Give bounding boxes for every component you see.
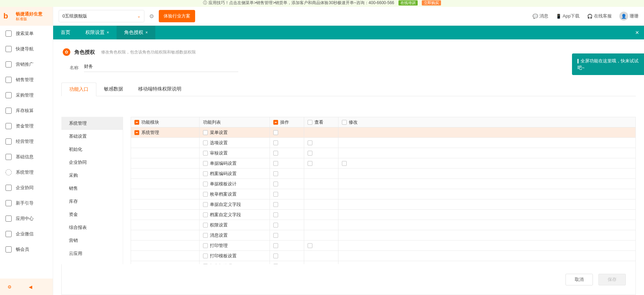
sidebar-item-6[interactable]: 资金管理 [0, 118, 53, 134]
tab-home[interactable]: 首页 [53, 26, 78, 39]
trial-button[interactable]: 体验行业方案 [159, 10, 195, 22]
table-row: 权限设置 [131, 220, 636, 230]
nav-icon [5, 200, 12, 206]
sidebar-item-4[interactable]: 采购管理 [0, 87, 53, 103]
sidebar-item-9[interactable]: 系统管理 [0, 164, 53, 180]
sidebar-item-3[interactable]: 销售管理 [0, 72, 53, 87]
gear-icon[interactable]: ⚙ [149, 13, 154, 20]
category-item[interactable]: 初始化 [61, 143, 123, 156]
checkbox-icon[interactable] [273, 171, 278, 176]
top-tip-bar: ⓘ 应用技巧！点击左侧菜单>销售管理>销货单，添加客户和商品体验30秒极速开单~… [0, 0, 644, 7]
user-menu[interactable]: 👤珊珊 [619, 12, 639, 21]
category-item[interactable]: 采购 [61, 169, 123, 182]
category-item[interactable]: 库存 [61, 195, 123, 208]
checkbox-icon[interactable] [342, 120, 347, 125]
category-item[interactable]: 销售 [61, 182, 123, 195]
checkbox-icon[interactable] [273, 192, 278, 197]
buy-button[interactable]: 立即购买 [422, 0, 441, 5]
checkbox-icon[interactable] [342, 161, 347, 166]
op-cell [270, 148, 304, 158]
cancel-button[interactable]: 取消 [565, 274, 593, 285]
sidebar-item-13[interactable]: 企业微信 [0, 226, 53, 242]
checkbox-icon[interactable] [308, 140, 312, 145]
sidebar-item-5[interactable]: 库存核算 [0, 103, 53, 118]
func-cell: 菜单设置 [200, 127, 270, 138]
tab-role-auth[interactable]: 角色授权 × [117, 26, 155, 39]
checkbox-icon[interactable] [273, 151, 278, 156]
checkbox-icon[interactable] [203, 212, 208, 217]
view-cell [304, 251, 338, 261]
category-item[interactable]: 基础设置 [61, 130, 123, 143]
category-item[interactable]: 系统管理 [61, 117, 123, 130]
checkbox-icon[interactable] [273, 243, 278, 248]
category-item[interactable]: 企业协同 [61, 156, 123, 169]
checkbox-icon[interactable] [273, 120, 278, 125]
edition-select[interactable]: 0五组旗舰版 ⌄ [59, 10, 144, 22]
training-button[interactable]: 在线培训 [398, 0, 418, 5]
subtab-function[interactable]: 功能入口 [61, 83, 96, 96]
sidebar-item-7[interactable]: 经营管理 [0, 134, 53, 149]
checkbox-icon[interactable] [203, 233, 208, 238]
checkbox-icon[interactable] [203, 140, 208, 145]
category-item[interactable]: 资金 [61, 208, 123, 221]
sidebar-item-8[interactable]: 基础信息 [0, 149, 53, 164]
subtab-sensitive[interactable]: 敏感数据 [96, 83, 131, 96]
subtab-mobile[interactable]: 移动端特殊权限说明 [131, 83, 189, 96]
nav-label: 采购管理 [16, 92, 34, 98]
checkbox-icon[interactable] [273, 161, 278, 166]
app-download-link[interactable]: 📱App下载 [556, 13, 580, 19]
collapse-icon[interactable]: ◀ [29, 284, 32, 290]
settings-icon[interactable]: ⚙ [8, 284, 12, 290]
edit-cell [338, 251, 636, 261]
checkbox-icon[interactable] [273, 223, 278, 228]
checkbox-icon[interactable] [308, 243, 312, 248]
view-cell [304, 179, 338, 189]
message-link[interactable]: 💬消息 [533, 13, 548, 19]
checkbox-icon[interactable] [203, 182, 208, 186]
close-icon[interactable]: × [145, 30, 148, 35]
customer-service-link[interactable]: 🎧在线客服 [587, 13, 612, 19]
checkbox-icon[interactable] [134, 130, 139, 135]
checkbox-icon[interactable] [203, 171, 208, 176]
sidebar-item-0[interactable]: 搜索菜单 [0, 26, 53, 41]
tab-perm-set[interactable]: 权限设置 × [78, 26, 117, 39]
checkbox-icon[interactable] [273, 202, 278, 207]
category-item[interactable]: 综合报表 [61, 221, 123, 234]
checkbox-icon[interactable] [203, 202, 208, 207]
checkbox-icon[interactable] [203, 192, 208, 197]
table-row: 消息设置 [131, 230, 636, 241]
op-cell [270, 220, 304, 230]
sidebar-item-11[interactable]: 新手引导 [0, 195, 53, 211]
checkbox-icon[interactable] [203, 161, 208, 166]
checkbox-icon[interactable] [203, 130, 208, 135]
view-cell [304, 148, 338, 158]
checkbox-icon[interactable] [308, 151, 312, 156]
close-all-tabs[interactable]: × [630, 26, 644, 39]
category-item[interactable]: 云应用 [61, 247, 123, 260]
checkbox-icon[interactable] [273, 182, 278, 186]
th-op: 操作 [270, 117, 304, 127]
checkbox-icon[interactable] [203, 223, 208, 228]
sidebar-item-1[interactable]: 快捷导航 [0, 41, 53, 57]
checkbox-icon[interactable] [273, 140, 278, 145]
checkbox-icon[interactable] [273, 130, 278, 135]
checkbox-icon[interactable] [203, 254, 208, 258]
sidebar-item-2[interactable]: 营销推广 [0, 57, 53, 72]
table-row: 审核设置 [131, 148, 636, 158]
checkbox-icon[interactable] [273, 233, 278, 238]
checkbox-icon[interactable] [308, 161, 312, 166]
checkbox-icon[interactable] [203, 243, 208, 248]
checkbox-icon[interactable] [273, 212, 278, 217]
checkbox-icon[interactable] [273, 254, 278, 258]
fullscreen-tip[interactable]: 全屏功能在这里哦，快来试试吧~ [572, 53, 644, 75]
checkbox-icon[interactable] [203, 151, 208, 156]
func-cell: 档案编码设置 [200, 169, 270, 179]
sidebar-item-14[interactable]: 畅会员 [0, 242, 53, 257]
checkbox-icon[interactable] [134, 120, 139, 125]
category-item[interactable]: 营销 [61, 234, 123, 247]
checkbox-icon[interactable] [308, 120, 312, 125]
nav-icon [5, 138, 12, 145]
sidebar-item-10[interactable]: 企业协同 [0, 180, 53, 195]
sidebar-item-12[interactable]: 应用中心 [0, 211, 53, 226]
close-icon[interactable]: × [107, 30, 109, 35]
